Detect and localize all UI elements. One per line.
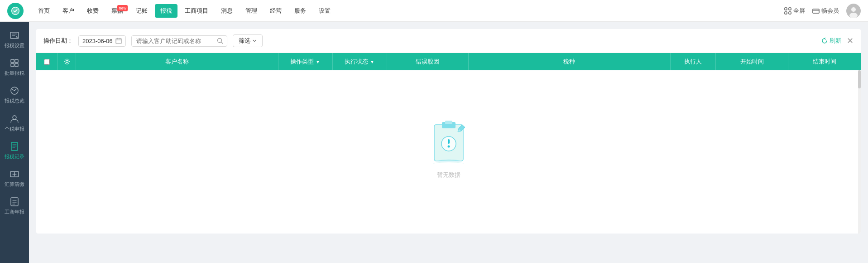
svg-rect-5 xyxy=(813,9,819,13)
svg-rect-14 xyxy=(15,63,18,67)
annual-report-icon xyxy=(9,196,20,207)
search-input[interactable] xyxy=(132,36,213,46)
main-layout: 报税设置批量报税报税总览个税申报报税记录汇算清缴工商年报 操作日期： 2023-… xyxy=(0,22,868,263)
top-navigation: 首页客户收费票据new记账报税工商项目消息管理经营服务设置 全屏 畅会员 xyxy=(0,0,868,22)
sort-icon-status: ▼ xyxy=(370,59,374,64)
toolbar: 操作日期： 2023-06-06 xyxy=(36,29,861,53)
search-wrapper xyxy=(131,35,227,47)
svg-rect-20 xyxy=(116,39,121,44)
tax-settings-icon xyxy=(9,30,20,41)
badge-new: new xyxy=(117,5,128,11)
svg-rect-19 xyxy=(11,198,18,206)
th-executor: 执行人 xyxy=(671,53,716,70)
nav-item-工商项目[interactable]: 工商项目 xyxy=(179,4,214,18)
vip-btn[interactable]: 畅会员 xyxy=(812,7,839,15)
top-nav-right: 全屏 畅会员 xyxy=(784,4,861,18)
scrollbar-track[interactable] xyxy=(858,70,861,234)
svg-point-7 xyxy=(851,7,856,12)
th-checkbox[interactable] xyxy=(36,53,58,70)
tax-overview-icon xyxy=(9,85,20,96)
close-button[interactable]: ✕ xyxy=(847,37,854,45)
sidebar-item-label: 报税记录 xyxy=(5,154,24,160)
sidebar-item-报税记录[interactable]: 报税记录 xyxy=(0,136,29,164)
scrollbar-thumb[interactable] xyxy=(858,70,861,88)
svg-rect-12 xyxy=(15,59,18,63)
personal-tax-icon xyxy=(9,113,20,124)
refresh-button[interactable]: 刷新 xyxy=(821,37,841,45)
search-button[interactable] xyxy=(213,36,227,46)
sidebar-item-label: 汇算清缴 xyxy=(5,181,24,187)
nav-item-管理[interactable]: 管理 xyxy=(240,4,263,18)
th-client-name: 客户名称 xyxy=(76,53,278,70)
vip-label: 畅会员 xyxy=(821,7,839,15)
nav-item-收费[interactable]: 收费 xyxy=(82,4,104,18)
sidebar-item-批量报税[interactable]: 批量报税 xyxy=(0,53,29,81)
chevron-down-icon xyxy=(252,39,257,43)
svg-rect-2 xyxy=(789,8,791,10)
table-header: 客户名称 操作类型 ▼ 执行状态 ▼ 错误股因 税种 执行人 xyxy=(36,53,861,70)
th-start-time: 开始时间 xyxy=(716,53,788,70)
svg-rect-25 xyxy=(445,121,452,124)
nav-item-经营[interactable]: 经营 xyxy=(264,4,287,18)
sidebar-item-个税申报[interactable]: 个税申报 xyxy=(0,109,29,136)
select-all-checkbox[interactable] xyxy=(44,59,50,65)
svg-rect-4 xyxy=(789,12,791,14)
fullscreen-btn[interactable]: 全屏 xyxy=(784,7,805,15)
sidebar-item-label: 个税申报 xyxy=(5,126,24,132)
batch-tax-icon xyxy=(9,58,20,68)
sidebar-item-汇算清缴[interactable]: 汇算清缴 xyxy=(0,164,29,192)
sidebar: 报税设置批量报税报税总览个税申报报税记录汇算清缴工商年报 xyxy=(0,22,29,263)
th-exec-status[interactable]: 执行状态 ▼ xyxy=(333,53,387,70)
nav-item-票据[interactable]: 票据new xyxy=(106,4,129,18)
svg-point-10 xyxy=(16,37,18,38)
empty-svg xyxy=(426,116,471,166)
tax-record-icon xyxy=(9,141,20,152)
refresh-icon xyxy=(821,38,828,44)
empty-state: 暂无数据 xyxy=(36,70,861,224)
th-tax-type: 税种 xyxy=(469,53,671,70)
filter-button[interactable]: 筛选 xyxy=(233,34,263,47)
nav-item-首页[interactable]: 首页 xyxy=(33,4,55,18)
th-end-time: 结束时间 xyxy=(788,53,861,70)
user-avatar[interactable] xyxy=(846,4,861,18)
fullscreen-icon xyxy=(784,7,791,15)
settlement-icon xyxy=(9,169,20,180)
svg-rect-27 xyxy=(448,139,450,144)
empty-illustration xyxy=(426,116,471,166)
sidebar-item-label: 工商年报 xyxy=(5,209,24,215)
th-error-reason: 错误股因 xyxy=(387,53,469,70)
nav-item-服务[interactable]: 服务 xyxy=(289,4,312,18)
date-label: 操作日期： xyxy=(43,37,73,45)
svg-point-28 xyxy=(447,146,450,148)
sidebar-item-报税设置[interactable]: 报税设置 xyxy=(0,25,29,53)
svg-rect-11 xyxy=(11,59,14,63)
sidebar-item-报税总览[interactable]: 报税总览 xyxy=(0,81,29,108)
search-icon xyxy=(217,38,223,44)
svg-point-8 xyxy=(849,13,858,18)
table-body: 暂无数据 xyxy=(36,70,861,234)
app-logo[interactable] xyxy=(7,3,24,19)
th-gear[interactable] xyxy=(58,53,76,70)
nav-item-设置[interactable]: 设置 xyxy=(313,4,336,18)
svg-rect-3 xyxy=(785,12,787,14)
nav-item-消息[interactable]: 消息 xyxy=(216,4,238,18)
fullscreen-label: 全屏 xyxy=(793,7,805,15)
filter-label: 筛选 xyxy=(239,37,250,45)
th-op-type[interactable]: 操作类型 ▼ xyxy=(278,53,333,70)
sidebar-item-label: 批量报税 xyxy=(5,70,24,76)
main-content: 操作日期： 2023-06-06 xyxy=(29,22,868,263)
svg-point-16 xyxy=(13,116,16,119)
nav-items: 首页客户收费票据new记账报税工商项目消息管理经营服务设置 xyxy=(33,4,784,18)
sort-icon-optype: ▼ xyxy=(316,59,320,64)
calendar-icon xyxy=(115,38,122,44)
date-picker[interactable]: 2023-06-06 xyxy=(78,35,126,47)
sidebar-item-label: 报税设置 xyxy=(5,43,24,49)
nav-item-报税[interactable]: 报税 xyxy=(155,4,177,18)
sidebar-item-工商年报[interactable]: 工商年报 xyxy=(0,192,29,219)
nav-item-记账[interactable]: 记账 xyxy=(130,4,153,18)
sidebar-item-label: 报税总览 xyxy=(5,98,24,104)
svg-point-22 xyxy=(66,61,68,63)
svg-rect-1 xyxy=(785,8,787,10)
nav-item-客户[interactable]: 客户 xyxy=(57,4,80,18)
vip-icon xyxy=(812,7,820,15)
